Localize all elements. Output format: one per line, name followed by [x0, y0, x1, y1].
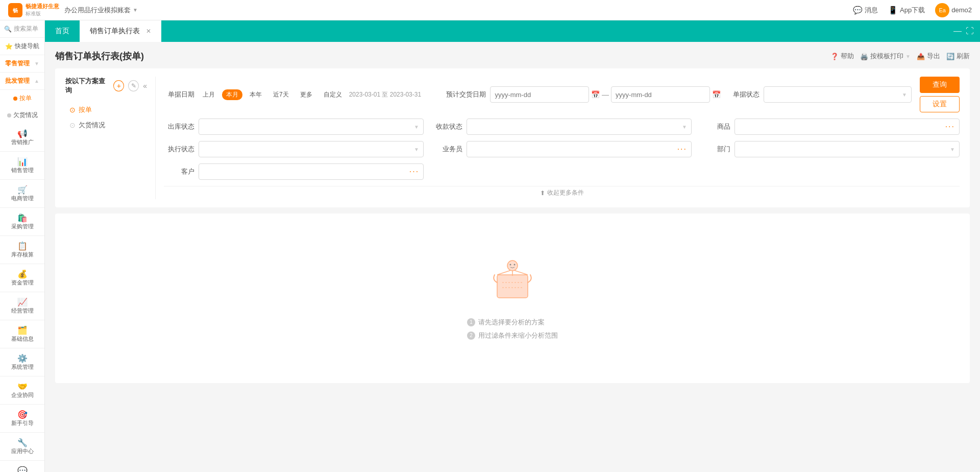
goods-dots[interactable]: ··· — [945, 122, 955, 131]
tab-maximize-btn[interactable]: ⛶ — [966, 27, 974, 36]
tab-home[interactable]: 首页 — [45, 20, 80, 42]
status-select[interactable]: ▼ — [764, 86, 912, 103]
active-dot — [13, 97, 17, 101]
filter-content: 按以下方案查询 + ✎ « ⊙ 按单 ⊙ 欠货情况 — [65, 77, 960, 199]
header-right: 💬 消息 📱 App下载 Ea demo2 — [853, 3, 972, 17]
goods-selector[interactable]: ··· — [734, 119, 960, 135]
user-profile[interactable]: Ea demo2 — [935, 3, 972, 17]
empty-illustration — [487, 254, 538, 305]
status-field: 单据状态 ▼ — [729, 86, 912, 103]
customer-dots[interactable]: ··· — [409, 167, 419, 176]
refresh-btn[interactable]: 🔄 刷新 — [946, 52, 970, 61]
page-actions: ❓ 帮助 🖨️ 按模板打印 ▼ 📤 导出 🔄 刷新 — [830, 52, 970, 61]
logo-text: 畅捷通好生意 标准版 — [26, 3, 59, 17]
logo-area: 畅 畅捷通好生意 标准版 — [8, 3, 59, 17]
empty-tip-1: 1 请先选择要分析的方案 — [467, 316, 558, 329]
date-tab-7days[interactable]: 近7天 — [269, 89, 293, 100]
sidebar-item-inventory[interactable]: 📋 库存核算 — [0, 236, 44, 264]
exec-status-label: 执行状态 — [164, 145, 194, 154]
svg-text:畅: 畅 — [13, 8, 18, 13]
purchase-icon: 🛍️ — [17, 213, 28, 223]
date-tab-custom[interactable]: 自定义 — [320, 89, 346, 100]
query-btn[interactable]: 查询 — [920, 77, 960, 93]
sidebar-item-ecommerce[interactable]: 🛒 电商管理 — [0, 180, 44, 208]
print-btn[interactable]: 🖨️ 按模板打印 ▼ — [860, 52, 911, 61]
sidebar-item-wechat[interactable]: 💬 企业微信 — [0, 461, 44, 472]
dept-field: 部门 ▼ — [700, 141, 960, 157]
sidebar-quick-nav[interactable]: ⭐ 快捷导航 — [0, 38, 44, 55]
help-btn[interactable]: ❓ 帮助 — [830, 52, 854, 61]
basic-icon: 🗂️ — [17, 325, 28, 335]
sidebar-sub-debt[interactable]: 欠货情况 — [0, 107, 44, 124]
messages-btn[interactable]: 💬 消息 — [853, 6, 878, 15]
dept-select[interactable]: ▼ — [734, 141, 960, 157]
out-status-select[interactable]: ▼ — [199, 119, 424, 135]
dept-arrow: ▼ — [950, 147, 955, 152]
active-plan-icon: ⊙ — [69, 106, 76, 114]
sidebar-search[interactable]: 🔍 搜索菜单 — [0, 20, 44, 38]
exec-status-select[interactable]: ▼ — [199, 141, 424, 157]
plan-add-btn[interactable]: + — [113, 80, 124, 91]
sidebar-item-purchase[interactable]: 🛍️ 采购管理 — [0, 208, 44, 236]
print-dropdown-icon: ▼ — [905, 54, 911, 59]
expected-date-start[interactable] — [490, 86, 589, 103]
sidebar-item-operations[interactable]: 📈 经营管理 — [0, 292, 44, 320]
system-icon: ⚙️ — [17, 353, 28, 363]
sidebar-item-guide[interactable]: 🎯 新手引导 — [0, 405, 44, 433]
tab-minimize-btn[interactable]: — — [953, 27, 962, 36]
company-selector-arrow: ▼ — [133, 7, 138, 13]
set-btn[interactable]: 设置 — [920, 96, 960, 112]
inactive-plan-icon: ⊙ — [69, 121, 76, 129]
salesperson-field: 业务员 ··· — [432, 141, 692, 157]
date-tab-more[interactable]: 更多 — [296, 89, 316, 100]
date-tab-this-year[interactable]: 本年 — [246, 89, 266, 100]
expand-icon: ▼ — [34, 61, 39, 66]
plan-sub-debt[interactable]: ⊙ 欠货情况 — [65, 117, 147, 133]
sidebar-sub-order[interactable]: 按单 — [0, 90, 44, 107]
calendar-end-icon[interactable]: 📅 — [712, 90, 721, 99]
filter-panel: 按以下方案查询 + ✎ « ⊙ 按单 ⊙ 欠货情况 — [55, 68, 970, 207]
date-tab-this-month[interactable]: 本月 — [222, 89, 242, 100]
plan-edit-btn[interactable]: ✎ — [128, 80, 139, 91]
appstore-icon: 🔧 — [17, 438, 28, 447]
wechat-icon: 💬 — [17, 466, 28, 472]
exec-status-arrow: ▼ — [414, 147, 419, 152]
plan-sub-order[interactable]: ⊙ 按单 — [65, 102, 147, 117]
sidebar-item-enterprise[interactable]: 🤝 企业协同 — [0, 376, 44, 405]
company-selector[interactable]: 办公用品行业模拟账套 ▼ — [64, 6, 138, 15]
customer-label: 客户 — [164, 167, 194, 176]
ecommerce-icon: 🛒 — [17, 185, 28, 195]
collect-status-field: 收款状态 ▼ — [432, 119, 692, 135]
expected-date-range: 📅 — 📅 — [490, 86, 720, 103]
salesperson-dots[interactable]: ··· — [677, 145, 687, 154]
salesperson-selector[interactable]: ··· — [467, 141, 692, 157]
sidebar-item-appstore[interactable]: 🔧 应用中心 — [0, 433, 44, 461]
sidebar-sub-wholesale: 按单 欠货情况 — [0, 90, 44, 124]
svg-point-8 — [514, 264, 516, 266]
collapse-btn[interactable]: ⬆ 收起更多条件 — [540, 188, 584, 197]
tab-close-icon[interactable]: ✕ — [146, 28, 151, 35]
svg-point-7 — [510, 264, 511, 266]
sidebar-item-sales[interactable]: 📊 销售管理 — [0, 152, 44, 180]
collect-status-arrow: ▼ — [682, 124, 687, 130]
sidebar-item-marketing[interactable]: 📢 营销推广 — [0, 124, 44, 152]
customer-selector[interactable]: ··· — [199, 163, 424, 180]
tab-sales-exec[interactable]: 销售订单执行表 ✕ — [80, 20, 161, 42]
expected-date-end[interactable] — [611, 86, 710, 103]
app-download-btn[interactable]: 📱 App下载 — [888, 6, 925, 15]
sidebar-item-retail[interactable]: 零售管理 ▼ — [0, 55, 44, 73]
date-tab-last-month[interactable]: 上月 — [199, 89, 219, 100]
page-title-bar: 销售订单执行表(按单) ❓ 帮助 🖨️ 按模板打印 ▼ 📤 导出 — [55, 50, 970, 62]
sidebar-item-wholesale[interactable]: 批发管理 ▲ — [0, 73, 44, 90]
sidebar-item-system[interactable]: ⚙️ 系统管理 — [0, 348, 44, 376]
avatar: Ea — [935, 3, 949, 17]
collect-status-select[interactable]: ▼ — [467, 119, 692, 135]
export-btn[interactable]: 📤 导出 — [917, 52, 940, 61]
plan-collapse-btn[interactable]: « — [143, 82, 147, 90]
expected-date-field: 预计交货日期 📅 — 📅 — [446, 86, 720, 103]
sidebar-item-finance[interactable]: 💰 资金管理 — [0, 264, 44, 292]
action-buttons: 查询 设置 — [920, 77, 960, 112]
calendar-start-icon[interactable]: 📅 — [591, 90, 600, 99]
sidebar-item-basic[interactable]: 🗂️ 基础信息 — [0, 320, 44, 348]
content-area: 首页 销售订单执行表 ✕ — ⛶ 销售订单执行表(按单) ❓ 帮助 — [45, 20, 980, 472]
